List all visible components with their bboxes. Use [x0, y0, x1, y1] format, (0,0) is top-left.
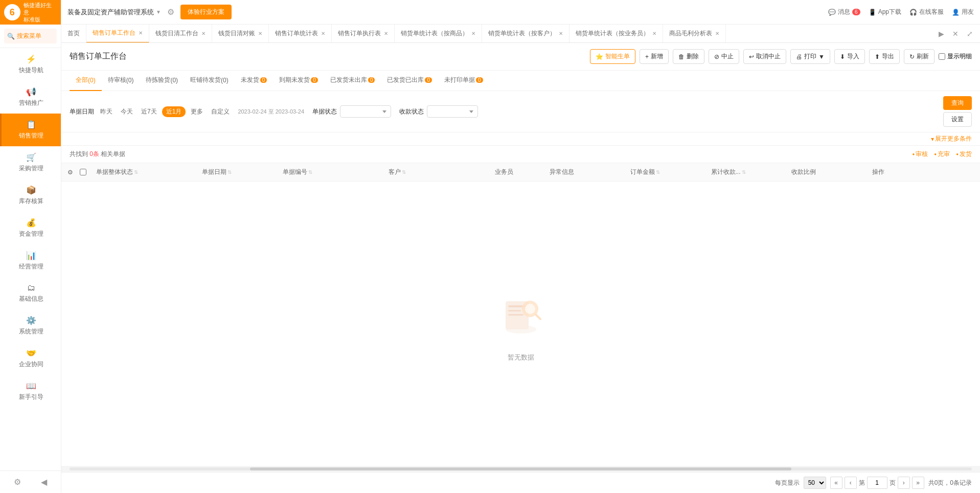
- tab-close-goods-margin[interactable]: ✕: [715, 31, 719, 36]
- date-option-yesterday[interactable]: 昨天: [97, 106, 116, 117]
- per-page-select[interactable]: 50: [804, 477, 826, 489]
- tab-close-all-btn[interactable]: ✕: [949, 28, 962, 40]
- col-checkbox[interactable]: [78, 169, 94, 175]
- show-detail-label[interactable]: 显示明细: [939, 52, 972, 61]
- last-page-btn[interactable]: »: [912, 477, 924, 489]
- experience-btn[interactable]: 体验行业方案: [180, 5, 232, 19]
- tab-close-sales-exec[interactable]: ✕: [384, 31, 388, 36]
- date-option-more[interactable]: 更多: [188, 106, 206, 117]
- subtab-all[interactable]: 全部(0): [70, 71, 102, 91]
- topbar-settings-icon[interactable]: ⚙: [167, 7, 174, 17]
- date-option-7days[interactable]: 近7天: [138, 106, 160, 117]
- cancel-stop-button[interactable]: ↩ 取消中止: [743, 49, 786, 64]
- page-number-input[interactable]: [867, 477, 887, 489]
- smart-gen-button[interactable]: ⭐ 智能生单: [590, 49, 635, 64]
- tab-sales-workbench[interactable]: 销售订单工作台 ✕: [86, 25, 149, 43]
- app-download-item[interactable]: 📱 App下载: [869, 8, 901, 16]
- star-icon: ⭐: [596, 53, 603, 60]
- export-button[interactable]: ⬆ 导出: [869, 49, 900, 64]
- tab-close-sale-summary-customer[interactable]: ✕: [559, 31, 563, 36]
- status-select[interactable]: [340, 105, 391, 118]
- date-option-custom[interactable]: 自定义: [208, 106, 233, 117]
- import-button[interactable]: ⬇ 导入: [834, 49, 865, 64]
- add-button[interactable]: + 新增: [640, 49, 669, 64]
- collection-select[interactable]: [427, 105, 478, 118]
- tab-goods-margin[interactable]: 商品毛利分析表 ✕: [663, 25, 726, 43]
- main-area: 装备及固定资产辅助管理系统 ▼ ⚙ 体验行业方案 💬 消息 6 📱 App下载 …: [61, 0, 980, 493]
- settings-button[interactable]: 设置: [943, 112, 972, 127]
- date-option-today[interactable]: 今天: [118, 106, 136, 117]
- first-page-btn[interactable]: «: [830, 477, 842, 489]
- tab-close-cash-reconcile[interactable]: ✕: [258, 31, 262, 36]
- subtab-wangpu[interactable]: 旺铺待发货(0): [184, 71, 235, 91]
- ship-btn[interactable]: 发货: [956, 150, 972, 159]
- message-item[interactable]: 💬 消息 6: [828, 8, 860, 16]
- tab-sales-stats[interactable]: 销售订单统计表 ✕: [269, 25, 332, 43]
- sidebar-item-marketing[interactable]: 📢 营销推广: [0, 81, 61, 114]
- print-button[interactable]: 🖨 打印 ▼: [790, 49, 830, 64]
- sidebar-item-guide[interactable]: 📖 新手引导: [0, 375, 61, 408]
- sort-collected-icon[interactable]: ⇅: [742, 170, 746, 175]
- sidebar-item-operations[interactable]: 📊 经营管理: [0, 244, 61, 277]
- search-menu-button[interactable]: 🔍 搜索菜单: [4, 29, 57, 43]
- prev-page-btn[interactable]: ‹: [845, 477, 857, 489]
- audit-btn[interactable]: 审核: [912, 150, 928, 159]
- horizontal-scrollbar[interactable]: [61, 466, 980, 472]
- tab-sale-summary-customer[interactable]: 销货单统计表（按客户） ✕: [482, 25, 569, 43]
- tab-sales-exec[interactable]: 销售订单执行表 ✕: [332, 25, 395, 43]
- revoke-btn[interactable]: 充审: [934, 150, 950, 159]
- table-count-number: 0条: [89, 150, 99, 158]
- sidebar-item-purchase[interactable]: 🛒 采购管理: [0, 146, 61, 179]
- sidebar-item-sales[interactable]: 📋 销售管理: [0, 114, 61, 146]
- inventory-icon: 📦: [26, 185, 36, 195]
- subtab-shipped-not-out[interactable]: 已发货未出库0: [324, 71, 381, 91]
- subtab-not-printed[interactable]: 未打印单据0: [438, 71, 489, 91]
- select-all-checkbox[interactable]: [80, 169, 86, 175]
- tab-close-sales-workbench[interactable]: ✕: [139, 30, 143, 36]
- expand-conditions-btn[interactable]: ▾ 展开更多条件: [931, 135, 972, 143]
- subtab-pending-review[interactable]: 待审核(0): [102, 71, 140, 91]
- refresh-button[interactable]: ↻ 刷新: [904, 49, 935, 64]
- subtab-pending-verify[interactable]: 待拣验货(0): [140, 71, 184, 91]
- tab-close-sale-summary-staff[interactable]: ✕: [652, 31, 656, 36]
- settings-bottom-icon[interactable]: ⚙: [12, 475, 23, 489]
- sidebar-item-inventory[interactable]: 📦 库存核算: [0, 179, 61, 212]
- stop-button[interactable]: ⊘ 中止: [709, 49, 739, 64]
- subtab-not-shipped[interactable]: 未发货0: [235, 71, 274, 91]
- delete-button[interactable]: 🗑 删除: [673, 49, 704, 64]
- col-settings-icon[interactable]: ⚙: [65, 169, 78, 176]
- page-title: 销售订单工作台: [70, 51, 127, 62]
- tab-sale-summary-staff[interactable]: 销货单统计表（按业务员） ✕: [569, 25, 663, 43]
- scrollbar-thumb[interactable]: [250, 467, 791, 470]
- collapse-icon[interactable]: ◀: [39, 475, 49, 489]
- user-item[interactable]: 👤 用友: [952, 8, 974, 16]
- tab-close-cash-daily[interactable]: ✕: [201, 31, 206, 36]
- sort-customer-icon[interactable]: ⇅: [402, 170, 406, 175]
- sort-amount-icon[interactable]: ⇅: [656, 170, 660, 175]
- sidebar-item-basic[interactable]: 🗂 基础信息: [0, 277, 61, 309]
- query-button[interactable]: 查询: [943, 96, 972, 110]
- tab-overflow-btn[interactable]: ▶: [935, 28, 947, 40]
- next-page-btn[interactable]: ›: [898, 477, 910, 489]
- tab-home[interactable]: 首页: [61, 25, 86, 43]
- sort-number-icon[interactable]: ⇅: [308, 170, 312, 175]
- table-footer: 每页显示 50 « ‹ 第 页 › » 共0页，0条记录: [61, 472, 980, 493]
- scrollbar-track[interactable]: [70, 467, 972, 470]
- tab-close-sales-stats[interactable]: ✕: [321, 31, 325, 36]
- tab-expand-btn[interactable]: ⤢: [964, 28, 976, 40]
- tab-close-sale-summary-product[interactable]: ✕: [471, 31, 475, 36]
- online-service-item[interactable]: 🎧 在线客服: [909, 8, 944, 16]
- sort-date-icon[interactable]: ⇅: [227, 170, 232, 175]
- tab-cash-daily[interactable]: 钱货日清工作台 ✕: [149, 25, 212, 43]
- sidebar-item-finance[interactable]: 💰 资金管理: [0, 212, 61, 244]
- sort-status-icon[interactable]: ⇅: [134, 170, 138, 175]
- tab-cash-reconcile[interactable]: 钱货日清对账 ✕: [212, 25, 269, 43]
- show-detail-checkbox[interactable]: [939, 53, 945, 60]
- date-option-1month[interactable]: 近1月: [162, 106, 186, 117]
- sidebar-item-system[interactable]: ⚙️ 系统管理: [0, 309, 61, 342]
- sidebar-item-enterprise[interactable]: 🤝 企业协同: [0, 342, 61, 375]
- tab-sale-summary-product[interactable]: 销货单统计表（按商品） ✕: [395, 25, 482, 43]
- subtab-overdue-not-shipped[interactable]: 到期未发货0: [273, 71, 324, 91]
- sidebar-item-quick-nav[interactable]: ⚡ 快捷导航: [0, 48, 61, 81]
- subtab-shipped-out[interactable]: 已发货已出库0: [381, 71, 438, 91]
